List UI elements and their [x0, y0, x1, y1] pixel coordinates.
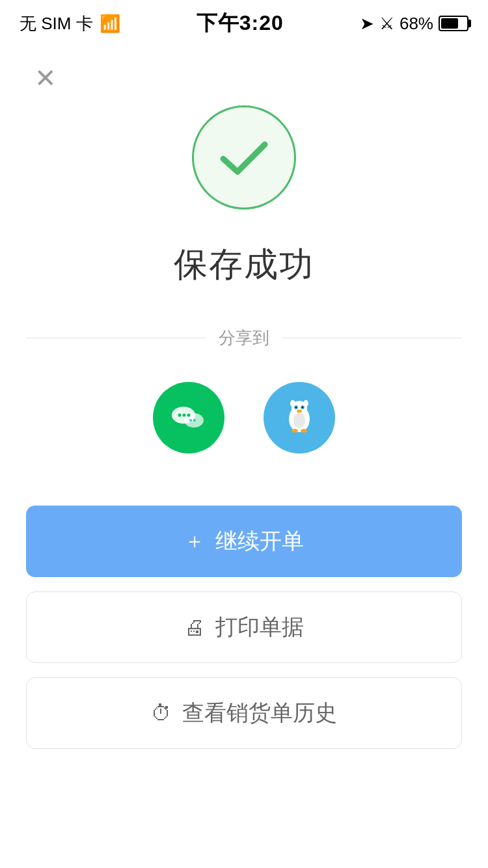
success-title: 保存成功	[174, 242, 314, 288]
wechat-share-button[interactable]	[153, 382, 224, 454]
print-button[interactable]: 🖨 打印单据	[26, 591, 462, 663]
svg-point-12	[302, 407, 304, 409]
svg-point-16	[303, 400, 308, 407]
svg-point-6	[193, 419, 196, 422]
history-button[interactable]: ⏱ 查看销货单历史	[26, 677, 462, 749]
close-icon: ✕	[34, 65, 57, 91]
alarm-icon: ⚔	[379, 14, 394, 34]
location-icon: ➤	[360, 14, 374, 34]
share-icons	[153, 382, 335, 454]
share-label: 分享到	[219, 327, 269, 349]
status-time: 下午3:20	[197, 9, 284, 38]
success-circle	[192, 105, 296, 210]
svg-point-2	[178, 414, 182, 417]
svg-point-18	[301, 429, 307, 433]
continue-order-button[interactable]: ＋ 继续开单	[26, 506, 462, 577]
qq-share-button[interactable]	[264, 382, 335, 454]
status-left: 无 SIM 卡 📶	[20, 12, 120, 35]
svg-point-13	[297, 410, 302, 413]
svg-point-4	[187, 414, 191, 417]
svg-point-3	[183, 414, 186, 417]
battery-percent: 68%	[400, 14, 433, 34]
battery-icon	[439, 16, 468, 31]
status-bar: 无 SIM 卡 📶 下午3:20 ➤ ⚔ 68%	[0, 0, 488, 47]
plus-icon: ＋	[184, 527, 205, 556]
svg-point-14	[293, 413, 305, 428]
qq-icon	[278, 397, 320, 439]
printer-icon: 🖨	[184, 616, 205, 640]
status-right: ➤ ⚔ 68%	[360, 14, 468, 34]
svg-point-15	[290, 400, 295, 407]
battery-fill	[441, 18, 458, 29]
wechat-icon	[168, 397, 210, 439]
divider-line-right	[282, 338, 462, 338]
close-button[interactable]: ✕	[26, 59, 65, 98]
svg-point-17	[291, 429, 298, 433]
main-content: 保存成功 分享到	[0, 47, 488, 763]
wifi-icon: 📶	[100, 14, 120, 34]
clock-icon: ⏱	[151, 701, 172, 726]
checkmark-icon	[218, 138, 270, 177]
share-divider: 分享到	[26, 327, 462, 349]
history-label: 查看销货单历史	[182, 698, 337, 728]
svg-point-11	[295, 407, 297, 409]
divider-line-left	[26, 338, 206, 338]
svg-point-5	[189, 419, 192, 422]
continue-order-label: 继续开单	[215, 526, 304, 556]
print-label: 打印单据	[215, 612, 304, 642]
sim-text: 无 SIM 卡	[20, 12, 93, 35]
